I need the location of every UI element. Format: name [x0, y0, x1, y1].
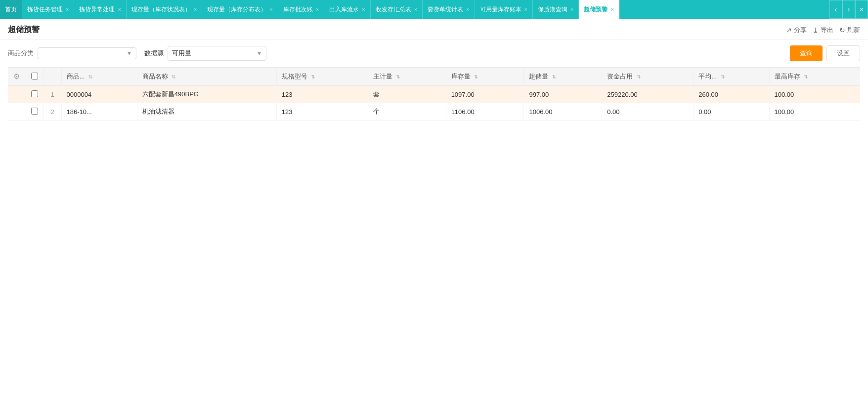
close-inout-flow[interactable]: × — [362, 6, 365, 12]
page-title: 超储预警 — [8, 25, 40, 35]
filter-bar: 商品分类 ▼ 数据源 可用量 ▼ 查询 设置 — [0, 40, 868, 67]
sort-spec-icon: ⇅ — [311, 74, 315, 79]
cell-checkbox[interactable] — [26, 86, 43, 103]
cell-code: 186-10... — [61, 103, 137, 120]
nav-arrows: ‹ › × — [829, 0, 868, 19]
datasource-dropdown-icon: ▼ — [257, 50, 262, 56]
nav-available-ledger[interactable]: 可用量库存账本 × — [475, 0, 533, 19]
page-header: 超储预警 ↗ 分享 ⤓ 导出 ↻ 刷新 — [0, 19, 868, 40]
nav-picking-exception[interactable]: 拣货异常处理 × — [74, 0, 126, 19]
table-row: 2 186-10... 机油滤清器 123 个 1106.00 1006.00 … — [8, 103, 860, 120]
nav-inout-flow[interactable]: 出入库流水 × — [324, 0, 370, 19]
cell-checkbox[interactable] — [26, 103, 43, 120]
refresh-button[interactable]: ↻ 刷新 — [839, 26, 860, 35]
cell-name: 六配套新昌490BPG — [137, 86, 276, 103]
sort-overstock-icon: ⇅ — [552, 74, 556, 79]
share-icon: ↗ — [786, 26, 792, 34]
datasource-filter: 数据源 可用量 ▼ — [144, 46, 266, 61]
sort-name-icon: ⇅ — [172, 74, 175, 79]
settings-gear-icon[interactable]: ⚙ — [13, 72, 20, 80]
th-settings[interactable]: ⚙ — [8, 68, 26, 86]
category-filter: 商品分类 ▼ — [8, 47, 136, 59]
cell-capital: 259220.00 — [602, 86, 694, 103]
cell-gear — [8, 103, 26, 120]
settings-button[interactable]: 设置 — [826, 45, 860, 61]
close-inventory-distribution[interactable]: × — [269, 6, 272, 12]
cell-stock: 1106.00 — [446, 103, 524, 120]
th-checkbox[interactable] — [26, 68, 43, 86]
cell-capital: 0.00 — [602, 103, 694, 120]
table-container: ⚙ 商品... ⇅ 商品名称 ⇅ 规格型号 — [0, 67, 868, 120]
cell-gear — [8, 86, 26, 103]
th-product-name[interactable]: 商品名称 ⇅ — [137, 68, 276, 86]
cell-code: 0000004 — [61, 86, 137, 103]
category-dropdown-icon: ▼ — [127, 50, 132, 56]
export-button[interactable]: ⤓ 导出 — [813, 26, 833, 35]
select-all-checkbox[interactable] — [31, 73, 38, 79]
cell-avg: 0.00 — [694, 103, 769, 120]
close-inventory-status[interactable]: × — [194, 6, 197, 12]
th-product-code[interactable]: 商品... ⇅ — [61, 68, 137, 86]
sort-unit-icon: ⇅ — [396, 74, 400, 79]
refresh-icon: ↻ — [839, 26, 845, 34]
close-picking-exception[interactable]: × — [118, 6, 121, 12]
cell-spec: 123 — [276, 86, 368, 103]
nav-batch-account[interactable]: 库存批次账 × — [278, 0, 324, 19]
nav-next-button[interactable]: › — [842, 0, 855, 19]
cell-over: 997.00 — [524, 86, 602, 103]
nav-home[interactable]: 首页 — [0, 0, 22, 19]
nav-requisition-stats[interactable]: 要货单统计表 × — [423, 0, 475, 19]
table-body: 1 0000004 六配套新昌490BPG 123 套 1097.00 997.… — [8, 86, 860, 120]
th-avg[interactable]: 平均... ⇅ — [694, 68, 769, 86]
nav-inventory-status[interactable]: 现存量（库存状况表） × — [127, 0, 202, 19]
datasource-select[interactable]: 可用量 ▼ — [168, 46, 266, 61]
sort-avg-icon: ⇅ — [721, 74, 725, 79]
share-button[interactable]: ↗ 分享 — [786, 26, 807, 35]
close-batch-account[interactable]: × — [316, 6, 319, 12]
close-overstock-warning[interactable]: × — [610, 6, 613, 12]
nav-receive-summary[interactable]: 收发存汇总表 × — [371, 0, 423, 19]
cell-num: 2 — [43, 103, 61, 120]
close-quality-query[interactable]: × — [570, 6, 573, 12]
cell-unit: 个 — [368, 103, 446, 120]
nav-inventory-distribution[interactable]: 现存量（库存分布表） × — [202, 0, 278, 19]
nav-prev-button[interactable]: ‹ — [829, 0, 842, 19]
row-checkbox-0[interactable] — [31, 90, 38, 97]
sort-stock-icon: ⇅ — [474, 74, 478, 79]
sort-capital-icon: ⇅ — [637, 74, 641, 79]
close-available-ledger[interactable]: × — [524, 6, 527, 12]
category-select[interactable]: ▼ — [38, 47, 136, 59]
th-unit[interactable]: 主计量 ⇅ — [368, 68, 446, 86]
cell-unit: 套 — [368, 86, 446, 103]
th-capital[interactable]: 资金占用 ⇅ — [602, 68, 694, 86]
row-checkbox-1[interactable] — [31, 108, 38, 115]
nav-quality-query[interactable]: 保质期查询 × — [533, 0, 579, 19]
datasource-select-value: 可用量 — [172, 49, 191, 58]
top-navigation: 首页 拣货任务管理 × 拣货异常处理 × 现存量（库存状况表） × 现存量（库存… — [0, 0, 868, 19]
th-stock[interactable]: 库存量 ⇅ — [446, 68, 524, 86]
nav-close-all-button[interactable]: × — [855, 0, 868, 19]
close-receive-summary[interactable]: × — [414, 6, 417, 12]
cell-spec: 123 — [276, 103, 368, 120]
main-content: 超储预警 ↗ 分享 ⤓ 导出 ↻ 刷新 商品分类 ▼ 数据源 — [0, 19, 868, 395]
sort-maxstock-icon: ⇅ — [804, 74, 808, 79]
overstock-table: ⚙ 商品... ⇅ 商品名称 ⇅ 规格型号 — [8, 67, 860, 120]
cell-maxstock: 100.00 — [769, 86, 860, 103]
close-picking-task[interactable]: × — [66, 6, 69, 12]
cell-maxstock: 100.00 — [769, 103, 860, 120]
cell-stock: 1097.00 — [446, 86, 524, 103]
th-max-stock[interactable]: 最高库存 ⇅ — [769, 68, 860, 86]
filter-actions: 查询 设置 — [790, 45, 860, 61]
cell-over: 1006.00 — [524, 103, 602, 120]
close-requisition-stats[interactable]: × — [466, 6, 469, 12]
table-row: 1 0000004 六配套新昌490BPG 123 套 1097.00 997.… — [8, 86, 860, 103]
query-button[interactable]: 查询 — [790, 45, 823, 61]
sort-code-icon: ⇅ — [88, 74, 92, 79]
th-row-number — [43, 68, 61, 86]
table-header-row: ⚙ 商品... ⇅ 商品名称 ⇅ 规格型号 — [8, 68, 860, 86]
th-overstock[interactable]: 超储量 ⇅ — [524, 68, 602, 86]
nav-picking-task[interactable]: 拣货任务管理 × — [22, 0, 74, 19]
cell-num: 1 — [43, 86, 61, 103]
th-spec[interactable]: 规格型号 ⇅ — [276, 68, 368, 86]
nav-overstock-warning[interactable]: 超储预警 × — [579, 0, 619, 19]
